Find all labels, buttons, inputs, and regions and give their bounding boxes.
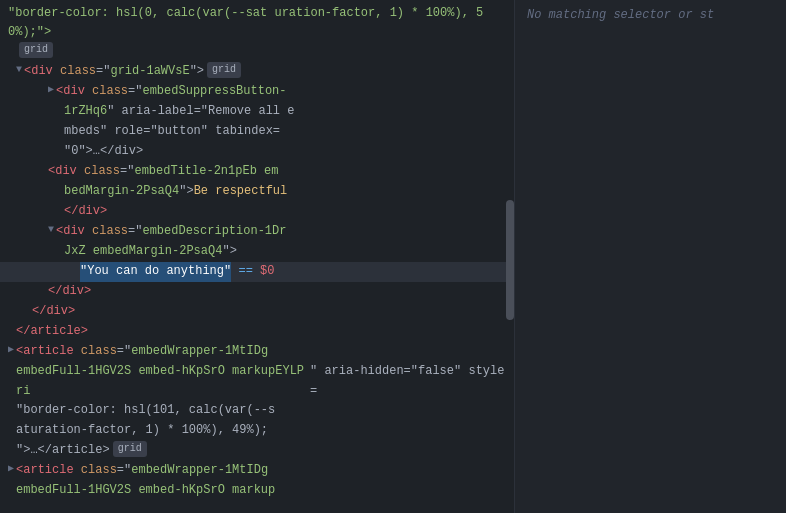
attr-rest-article-2: " aria-hidden="false" style= xyxy=(310,362,506,400)
attr-value-article-2b: embedFull-1HGV2S embed-hKpSrO markupEYLP… xyxy=(16,362,310,400)
tag-div-open-grid: <div xyxy=(24,62,60,81)
tag-div-title-close: </div> xyxy=(64,202,107,221)
equals-operator: == xyxy=(231,262,260,281)
equals-grid: =" xyxy=(96,62,110,81)
tag-close-article: </article> xyxy=(16,322,88,341)
attr-value-title-2: bedMargin-2PsaQ4 xyxy=(64,182,179,201)
tag-div-title: <div xyxy=(48,162,84,181)
code-line-article-3b: embedFull-1HGV2S embed-hKpSrO markup xyxy=(0,481,514,501)
tag-close-title-open: "> xyxy=(179,182,193,201)
scrollbar-thumb[interactable] xyxy=(506,200,514,320)
code-line-article-3[interactable]: <article class =" embedWrapper-1MtIDg xyxy=(0,461,514,481)
code-area: "border-color: hsl(0, calc(var(--sat ura… xyxy=(0,0,514,505)
code-line-embed-title[interactable]: <div class =" embedTitle-2n1pEb em xyxy=(0,162,514,182)
tag-close-div-grid: </div> xyxy=(32,302,75,321)
collapse-arrow-article-2[interactable] xyxy=(8,342,14,358)
code-line-article-2b: embedFull-1HGV2S embed-hKpSrO markupEYLP… xyxy=(0,362,514,400)
code-line-embed-title-2: bedMargin-2PsaQ4 "> Be respectful xyxy=(0,182,514,202)
attr-class-desc: class xyxy=(92,222,128,241)
code-line-embed-suppress-4: "0">…</div> xyxy=(0,142,514,162)
equals-desc: =" xyxy=(128,222,142,241)
equals-title: =" xyxy=(120,162,134,181)
collapse-arrow-grid[interactable] xyxy=(16,62,22,78)
attr-value-article-2: embedWrapper-1MtIDg xyxy=(131,342,268,361)
attr-rest-article-2e: ">…</article> xyxy=(16,441,110,460)
code-line-text-node[interactable]: "You can do anything" == $0 xyxy=(0,262,514,282)
attr-rest-suppress-4: "0">…</div> xyxy=(64,142,143,161)
quote-end-grid: "> xyxy=(190,62,204,81)
attr-rest-article-2d: aturation-factor, 1) * 100%), 49%); xyxy=(16,421,268,440)
collapse-arrow-suppress[interactable] xyxy=(48,82,54,98)
code-line-embed-suppress-2: 1rZHq6 " aria-label="Remove all e xyxy=(0,102,514,122)
scrollbar[interactable] xyxy=(506,0,514,513)
code-line-div-grid[interactable]: <div class =" grid-1aWVsE "> grid xyxy=(0,62,514,82)
code-line-embed-suppress-3: mbeds" role="button" tabindex= xyxy=(0,122,514,142)
code-line-border-color: "border-color: hsl(0, calc(var(--sat ura… xyxy=(0,4,514,42)
equals-article-3: =" xyxy=(117,461,131,480)
attr-rest-article-2c: "border-color: hsl(101, calc(var(--s xyxy=(16,401,275,420)
attr-class-article-2: class xyxy=(81,342,117,361)
equals-suppress: =" xyxy=(128,82,142,101)
attr-rest-suppress: " aria-label="Remove all e xyxy=(107,102,294,121)
tag-close-div-desc: </div> xyxy=(48,282,91,301)
attr-value-article-3b: embedFull-1HGV2S embed-hKpSrO markup xyxy=(16,481,275,500)
code-line-article-2[interactable]: <article class =" embedWrapper-1MtIDg xyxy=(0,342,514,362)
attr-value-border-color: "border-color: hsl(0, calc(var(--sat ura… xyxy=(8,4,506,42)
code-line-grid-badge: grid xyxy=(0,42,514,62)
text-node-value: "You can do anything" xyxy=(80,262,231,281)
collapse-arrow-desc[interactable] xyxy=(48,222,54,238)
attr-value-desc: embedDescription-1Dr xyxy=(142,222,286,241)
code-line-article-2c: "border-color: hsl(101, calc(var(--s xyxy=(0,401,514,421)
attr-class-suppress: class xyxy=(92,82,128,101)
tag-desc-end: "> xyxy=(222,242,236,261)
tag-article-2: <article xyxy=(16,342,81,361)
attr-class-title: class xyxy=(84,162,120,181)
attr-value-suppress: embedSuppressButton- xyxy=(142,82,286,101)
dom-inspector-panel: "border-color: hsl(0, calc(var(--sat ura… xyxy=(0,0,515,513)
code-line-embed-desc-2: JxZ embedMargin-2PsaQ4 "> xyxy=(0,242,514,262)
grid-badge-2: grid xyxy=(207,62,241,78)
code-line-close-article: </article> xyxy=(0,322,514,342)
attr-value-grid: grid-1aWVsE xyxy=(110,62,189,81)
code-line-close-div-desc: </div> xyxy=(0,282,514,302)
right-panel: No matching selector or st xyxy=(515,0,786,513)
code-line-close-div-grid: </div> xyxy=(0,302,514,322)
tag-div-desc: <div xyxy=(56,222,92,241)
code-line-article-2e: ">…</article> grid xyxy=(0,441,514,461)
attr-class-grid: class xyxy=(60,62,96,81)
no-match-message: No matching selector or st xyxy=(527,8,714,22)
attr-value-suppress-2: 1rZHq6 xyxy=(64,102,107,121)
equals-article-2: =" xyxy=(117,342,131,361)
attr-value-article-3: embedWrapper-1MtIDg xyxy=(131,461,268,480)
code-line-article-2d: aturation-factor, 1) * 100%), 49%); xyxy=(0,421,514,441)
grid-badge-3: grid xyxy=(113,441,147,457)
tag-article-3: <article xyxy=(16,461,81,480)
attr-rest-suppress-3: mbeds" role="button" tabindex= xyxy=(64,122,280,141)
title-text-bold: Be respectful xyxy=(194,182,288,201)
grid-badge-1: grid xyxy=(19,42,53,58)
code-line-embed-desc[interactable]: <div class =" embedDescription-1Dr xyxy=(0,222,514,242)
attr-class-article-3: class xyxy=(81,461,117,480)
dollar-zero: $0 xyxy=(260,262,274,281)
tag-div-suppress: <div xyxy=(56,82,92,101)
attr-value-desc-2: JxZ embedMargin-2PsaQ4 xyxy=(64,242,222,261)
code-line-embed-suppress[interactable]: <div class =" embedSuppressButton- xyxy=(0,82,514,102)
attr-value-title: embedTitle-2n1pEb em xyxy=(134,162,278,181)
collapse-arrow-article-3[interactable] xyxy=(8,461,14,477)
code-line-embed-title-3: </div> xyxy=(0,202,514,222)
